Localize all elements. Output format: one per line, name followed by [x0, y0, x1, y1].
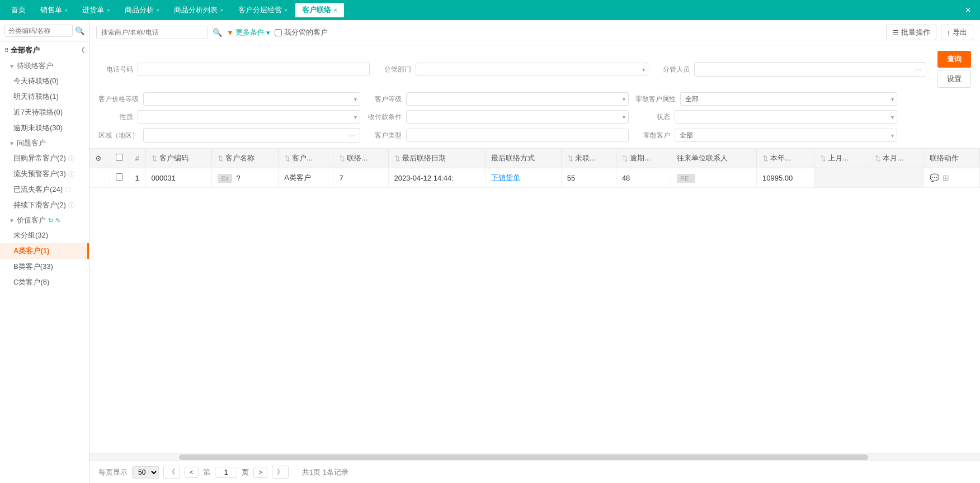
query-btn-group: 查询 设置: [937, 51, 971, 88]
sidebar-item-class-a[interactable]: A类客户(1): [0, 243, 89, 259]
filter-more-conditions-button[interactable]: ▼ 更多条件 ▾: [227, 27, 270, 37]
filter-phone-input[interactable]: [138, 63, 370, 76]
export-button[interactable]: ↑ 导出: [941, 25, 974, 40]
nav-tab-customer-contact[interactable]: 客户联络 ×: [295, 3, 343, 17]
filter-retail-attr-select[interactable]: 全部: [680, 92, 897, 106]
nav-tab-sales-close[interactable]: ×: [64, 7, 68, 13]
next-page-button[interactable]: >: [253, 467, 267, 478]
sidebar-value-refresh-icon[interactable]: ↻: [48, 217, 53, 224]
th-unit-contacts[interactable]: 往来单位联系人: [671, 149, 757, 168]
nav-tab-customer-segment[interactable]: 客户分层经营 ×: [232, 3, 294, 17]
filter-nature-select[interactable]: [138, 110, 360, 124]
sidebar-item-unclassified-label: 未分组(32): [13, 230, 48, 240]
nav-close-all-button[interactable]: ×: [960, 4, 976, 16]
sidebar-group-problem[interactable]: ▼ 问题客户: [0, 136, 89, 150]
th-customer-type[interactable]: ⇅ 客户...: [279, 149, 333, 168]
th-not-contacted-sort-icon: ⇅: [567, 154, 573, 163]
page-label-suffix: 页: [242, 467, 249, 477]
th-overdue[interactable]: ⇅ 逾期...: [616, 149, 671, 168]
horizontal-scrollbar[interactable]: [89, 453, 980, 461]
advanced-filters: 电话号码 分管部门 ▾ 分管人员 ··· 查询: [89, 45, 980, 149]
filter-dept-select[interactable]: [416, 63, 648, 76]
sidebar-item-overdue[interactable]: 逾期未联络(30): [0, 120, 89, 136]
filter-customer-level-select[interactable]: [406, 92, 629, 106]
sidebar-search-icon[interactable]: 🔍: [75, 26, 84, 35]
nav-tab-product-analysis-close[interactable]: ×: [156, 7, 159, 13]
filter-customer-type-select[interactable]: [406, 129, 629, 142]
filter-search-icon[interactable]: 🔍: [213, 28, 222, 37]
filter-price-level-wrapper: ▾: [143, 92, 360, 106]
filter-manager-input[interactable]: ···: [694, 62, 926, 77]
nav-tab-sales[interactable]: 销售单 ×: [34, 3, 74, 17]
th-last-contact-method[interactable]: 最后联络方式: [486, 149, 561, 168]
th-this-month[interactable]: ⇅ 本月...: [869, 149, 924, 168]
th-last-month[interactable]: ⇅ 上月...: [814, 149, 869, 168]
settings-button[interactable]: 设置: [937, 70, 971, 88]
settings-gear-icon[interactable]: ⚙: [95, 154, 102, 163]
sidebar-all-customers[interactable]: ⠿ 全部客户 《: [0, 42, 89, 59]
sidebar-item-class-c[interactable]: C类客户(6): [0, 274, 89, 290]
sidebar-item-unclassified[interactable]: 未分组(32): [0, 228, 89, 243]
th-customer-code-label: 客户编码: [159, 153, 189, 163]
td-customer-code: 000031: [145, 168, 212, 188]
th-unit-contacts-label: 往来单位联系人: [677, 153, 728, 163]
nav-tab-home[interactable]: 首页: [4, 3, 32, 17]
filter-retail-attr-field: 零散客户属性 全部 ▾: [635, 92, 897, 106]
filter-price-level-select[interactable]: [143, 92, 360, 106]
filter-my-customers-checkbox[interactable]: [275, 29, 282, 36]
row-checkbox[interactable]: [116, 173, 123, 181]
sidebar-group-pending-contact[interactable]: ▼ 待联络客户: [0, 59, 89, 73]
th-customer-name[interactable]: ⇅ 客户名称: [212, 149, 279, 168]
filter-retail-customer-select[interactable]: 全部: [675, 129, 897, 142]
prev-page-button[interactable]: <: [185, 467, 199, 478]
sidebar-item-class-b[interactable]: B类客户(33): [0, 259, 89, 274]
sidebar-item-continuous-decline-label: 持续下滑客户(2): [13, 200, 66, 210]
sidebar-item-lost-risk[interactable]: 流失预警客户(3) ⓘ: [0, 166, 89, 182]
first-page-button[interactable]: 《: [163, 466, 180, 479]
nav-tab-product-analysis-list-close[interactable]: ×: [220, 7, 223, 13]
th-this-year-sort-icon: ⇅: [762, 154, 769, 163]
nav-tab-customer-contact-close[interactable]: ×: [333, 7, 337, 13]
grid-action-icon[interactable]: ⊞: [943, 173, 949, 182]
pagination-area: 每页显示 50 《 < 第 页 > 》 共1页 1条记录: [89, 461, 980, 483]
filter-customer-type-wrapper: [406, 129, 629, 142]
nav-tab-customer-segment-close[interactable]: ×: [284, 7, 288, 13]
th-last-contact-date[interactable]: ⇅ 最后联络日期: [388, 149, 486, 168]
query-button[interactable]: 查询: [937, 51, 971, 68]
filter-region-field: 区域（地区） ···: [98, 128, 360, 143]
filter-payment-select[interactable]: [406, 110, 629, 124]
batch-operation-button[interactable]: ☰ 批量操作: [886, 25, 936, 40]
th-this-year[interactable]: ⇅ 本年...: [757, 149, 814, 168]
th-customer-code[interactable]: ⇅ 客户编码: [145, 149, 212, 168]
filter-status-select[interactable]: [675, 110, 897, 124]
th-contact[interactable]: ⇅ 联络...: [333, 149, 388, 168]
last-contact-method-link[interactable]: 下销货单: [491, 173, 520, 182]
nav-tab-product-analysis-list[interactable]: 商品分析列表 ×: [167, 3, 230, 17]
page-number-input[interactable]: [215, 467, 237, 478]
select-all-checkbox[interactable]: [116, 154, 123, 161]
nav-tab-product-analysis[interactable]: 商品分析 ×: [118, 3, 166, 17]
sidebar-collapse-icon[interactable]: 《: [78, 46, 84, 55]
last-page-button[interactable]: 》: [272, 466, 289, 479]
sidebar-item-continuous-decline[interactable]: 持续下滑客户(2) ⓘ: [0, 197, 89, 213]
th-customer-code-sort-icon: ⇅: [152, 154, 158, 163]
sidebar-value-edit-icon[interactable]: ✎: [55, 217, 60, 224]
filter-search-input[interactable]: [96, 26, 208, 39]
sidebar-group-value[interactable]: ▼ 价值客户 ↻ ✎: [0, 213, 89, 228]
nav-tab-purchase-close[interactable]: ×: [106, 7, 110, 13]
sidebar-item-lost-icon: ⓘ: [65, 186, 71, 194]
sidebar-item-lost[interactable]: 已流失客户(24) ⓘ: [0, 182, 89, 197]
chat-action-icon[interactable]: 💬: [930, 173, 939, 182]
page-size-select[interactable]: 50: [132, 466, 159, 479]
sidebar-search-input[interactable]: [4, 25, 73, 37]
th-settings[interactable]: ⚙: [89, 149, 110, 168]
sidebar-item-tomorrow[interactable]: 明天待联络(1): [0, 89, 89, 105]
sidebar-item-7days[interactable]: 近7天待联络(0): [0, 105, 89, 120]
sidebar-item-class-a-label: A类客户(1): [13, 246, 49, 256]
td-contact-action: 💬 ⊞: [924, 168, 980, 188]
nav-tab-purchase[interactable]: 进货单 ×: [76, 3, 116, 17]
sidebar-item-today[interactable]: 今天待联络(0): [0, 73, 89, 89]
filter-region-input[interactable]: ···: [143, 128, 360, 143]
sidebar-item-repurchase-abnormal[interactable]: 回购异常客户(2) ⓘ: [0, 150, 89, 166]
th-not-contacted[interactable]: ⇅ 未联...: [561, 149, 616, 168]
